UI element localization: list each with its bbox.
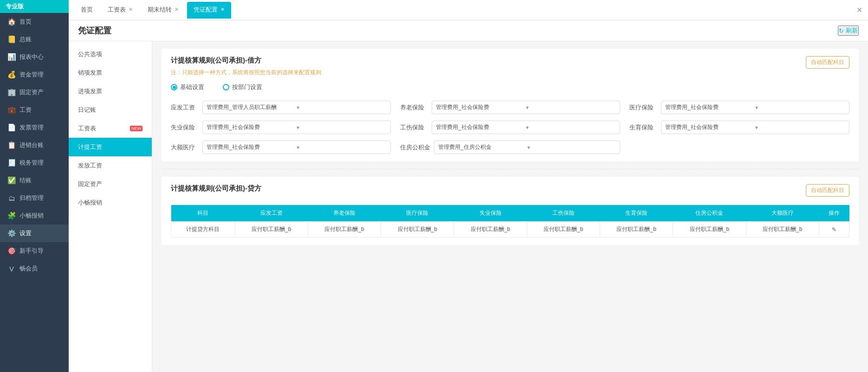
- app-logo: 专业版: [0, 0, 69, 13]
- credit-table-header-cell: 住房公积金: [673, 205, 746, 222]
- sidebar-item-home[interactable]: 🏠首页: [0, 13, 69, 31]
- debit-select-arrow-yiliao: ▾: [755, 104, 845, 111]
- credit-table-header-cell: 医疗保险: [381, 205, 454, 222]
- sidebar-item-salary[interactable]: 💼工资: [0, 101, 69, 119]
- radio-basic-label: 基础设置: [180, 83, 204, 91]
- debit-select-yanglao[interactable]: 管理费用_社会保险费 ▾: [432, 101, 620, 114]
- sidebar-label-salary: 工资: [19, 106, 32, 114]
- debit-section: 计提核算规则(公司承担)-借方 注：只能选择一种方式，系统将按照您当前的选择来配…: [162, 49, 859, 161]
- sidebar-item-expense[interactable]: 🧩小畅报销: [0, 207, 69, 224]
- sidebar-item-sales-ledger[interactable]: 📋进销台账: [0, 136, 69, 154]
- side-menu-label-calc-salary: 计提工资: [78, 143, 102, 151]
- side-menu-item-pay-salary[interactable]: 发放工资: [69, 156, 152, 175]
- radio-basic-setting[interactable]: 基础设置: [171, 83, 204, 91]
- topnav-tab-period-close[interactable]: 期末结转✕: [141, 2, 185, 19]
- debit-select-dae[interactable]: 管理费用_社会保险费 ▾: [202, 141, 391, 154]
- side-menu-item-payroll-table[interactable]: 工资表NEW: [69, 119, 152, 138]
- topnav-tab-voucher-config[interactable]: 凭证配置✕: [187, 2, 231, 19]
- side-menu-item-fixed-assets[interactable]: 固定资产: [69, 175, 152, 193]
- debit-form-grid: 应发工资 管理费用_管理人员职工薪酬 ▾ 养老保险 管理费用_社会保险费 ▾ 医…: [171, 101, 849, 154]
- debit-label-shengyu: 生育保险: [629, 123, 657, 132]
- page-header: 凭证配置 ↻ 刷新: [69, 20, 868, 41]
- sidebar-item-guide[interactable]: 🎯新手引导: [0, 242, 69, 260]
- side-menu-label-fixed-assets: 固定资产: [78, 180, 102, 188]
- credit-table-cell: 应付职工薪酬_b: [454, 222, 527, 237]
- credit-table-cell: 应付职工薪酬_b: [746, 222, 819, 237]
- debit-label-yanglao: 养老保险: [400, 103, 428, 112]
- debit-select-value-yingfa: 管理费用_管理人员职工薪酬: [207, 103, 297, 111]
- debit-select-gjj[interactable]: 管理费用_住房公积金 ▾: [434, 141, 620, 154]
- sidebar-label-home: 首页: [19, 18, 32, 26]
- topnav-tab-close-period-close[interactable]: ✕: [175, 6, 179, 13]
- credit-table-cell: 应付职工薪酬_b: [600, 222, 673, 237]
- side-menu-item-calc-salary[interactable]: 计提工资: [69, 138, 152, 156]
- debit-select-yiliao[interactable]: 管理费用_社会保险费 ▾: [661, 101, 849, 114]
- side-menu-item-cancel-invoice[interactable]: 销项发票: [69, 64, 152, 82]
- topnav-tab-close-voucher-config[interactable]: ✕: [220, 6, 225, 13]
- debit-auto-match-button[interactable]: 自动匹配科目: [806, 56, 849, 69]
- topnav-tab-label-voucher-config: 凭证配置: [194, 6, 218, 14]
- sidebar-icon-settings: ⚙️: [7, 229, 16, 237]
- sidebar-item-invoice-mgr[interactable]: 📄发票管理: [0, 119, 69, 136]
- sidebar-icon-tax-mgr: 🧾: [7, 159, 16, 167]
- sidebar-item-ledger[interactable]: 📒总账: [0, 31, 69, 48]
- debit-select-arrow-gjj: ▾: [527, 144, 616, 151]
- sidebar-icon-fund: 💰: [7, 71, 16, 79]
- debit-field-shiye: 失业保险 管理费用_社会保险费 ▾: [171, 121, 391, 134]
- topnav-tab-label-payroll: 工资表: [108, 6, 126, 14]
- debit-select-shengyu[interactable]: 管理费用_社会保险费 ▾: [661, 121, 849, 134]
- close-all-tabs-button[interactable]: ✕: [856, 6, 862, 14]
- side-menu-label-input-invoice: 进项发票: [78, 87, 102, 96]
- content-area: 公共选项销项发票进项发票日记账工资表NEW计提工资发放工资固定资产小畅报销 计提…: [69, 41, 868, 372]
- debit-label-gjj: 住房公积金: [400, 143, 430, 152]
- credit-table-cell[interactable]: ✎: [819, 222, 849, 237]
- debit-select-value-shiye: 管理费用_社会保险费: [207, 123, 297, 131]
- debit-select-yingfa[interactable]: 管理费用_管理人员职工薪酬 ▾: [202, 101, 391, 114]
- credit-auto-match-button[interactable]: 自动匹配科目: [806, 184, 849, 197]
- sidebar-label-close: 结账: [19, 176, 32, 185]
- side-menu-label-cancel-invoice: 销项发票: [78, 69, 102, 77]
- sidebar-label-settings: 设置: [19, 229, 32, 237]
- debit-select-value-yiliao: 管理费用_社会保险费: [665, 103, 755, 111]
- sidebar-icon-sales-ledger: 📋: [7, 141, 16, 149]
- credit-table-cell: 应付职工薪酬_b: [308, 222, 381, 237]
- sidebar-item-report[interactable]: 📊报表中心: [0, 48, 69, 66]
- sidebar: 专业版 🏠首页📒总账📊报表中心💰资金管理🏢固定资产💼工资📄发票管理📋进销台账🧾税…: [0, 0, 69, 372]
- debit-select-arrow-yanglao: ▾: [526, 104, 616, 111]
- sidebar-icon-close: ✅: [7, 176, 16, 185]
- debit-select-gongshang[interactable]: 管理费用_社会保险费 ▾: [432, 121, 620, 134]
- side-menu-item-public[interactable]: 公共选项: [69, 45, 152, 64]
- sidebar-item-archive[interactable]: 🗂归档管理: [0, 189, 69, 207]
- sidebar-item-fund[interactable]: 💰资金管理: [0, 66, 69, 83]
- debit-field-shengyu: 生育保险 管理费用_社会保险费 ▾: [629, 121, 849, 134]
- topnav-tab-payroll[interactable]: 工资表✕: [101, 2, 139, 19]
- side-menu-item-journal[interactable]: 日记账: [69, 101, 152, 119]
- sidebar-item-member[interactable]: V畅会员: [0, 260, 69, 277]
- side-menu-item-expense-report[interactable]: 小畅报销: [69, 193, 152, 212]
- debit-label-yiliao: 医疗保险: [629, 103, 657, 112]
- sidebar-item-tax-mgr[interactable]: 🧾税务管理: [0, 154, 69, 172]
- topnav-tab-home[interactable]: 首页: [74, 2, 99, 19]
- sidebar-label-sales-ledger: 进销台账: [19, 141, 44, 149]
- radio-dept-setting[interactable]: 按部门设置: [223, 83, 262, 91]
- sidebar-label-report: 报表中心: [19, 53, 44, 61]
- sidebar-item-settings[interactable]: ⚙️设置: [0, 224, 69, 242]
- side-menu-item-input-invoice[interactable]: 进项发票: [69, 82, 152, 101]
- side-menu-label-journal: 日记账: [78, 106, 96, 114]
- credit-table-cell: 应付职工薪酬_b: [381, 222, 454, 237]
- main-content: 计提核算规则(公司承担)-借方 注：只能选择一种方式，系统将按照您当前的选择来配…: [152, 41, 868, 372]
- debit-label-yingfa: 应发工资: [171, 103, 199, 112]
- sidebar-item-close[interactable]: ✅结账: [0, 172, 69, 189]
- topnav-tab-close-payroll[interactable]: ✕: [129, 6, 133, 13]
- debit-select-shiye[interactable]: 管理费用_社会保险费 ▾: [202, 121, 391, 134]
- sidebar-item-assets[interactable]: 🏢固定资产: [0, 83, 69, 101]
- debit-label-dae: 大额医疗: [171, 143, 199, 152]
- credit-table-header-cell: 养老保险: [308, 205, 381, 222]
- topnav-tab-label-period-close: 期末结转: [148, 6, 172, 14]
- debit-select-value-gjj: 管理费用_住房公积金: [438, 143, 527, 151]
- debit-field-yingfa: 应发工资 管理费用_管理人员职工薪酬 ▾: [171, 101, 391, 114]
- credit-table-cell: 计提贷方科目: [171, 222, 235, 237]
- refresh-button[interactable]: ↻ 刷新: [838, 26, 859, 36]
- topnav: 首页工资表✕期末结转✕凭证配置✕ ✕: [69, 0, 868, 20]
- credit-table-header-cell: 操作: [819, 205, 849, 222]
